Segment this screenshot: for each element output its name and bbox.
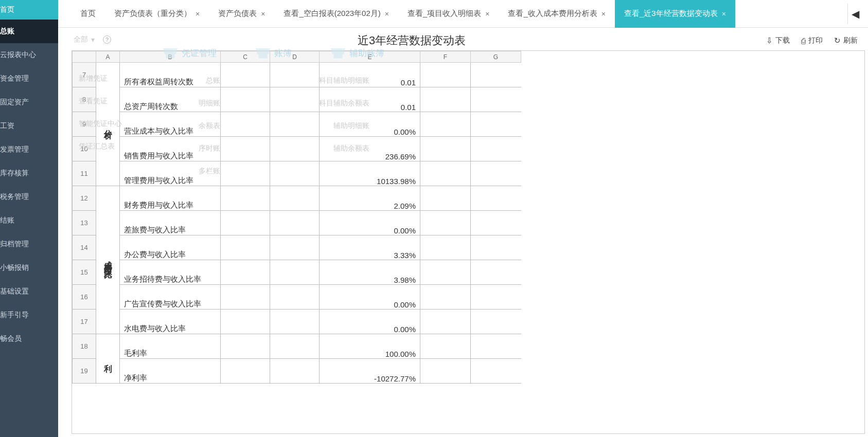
cell-G[interactable]: [471, 112, 521, 137]
close-icon[interactable]: ×: [601, 10, 606, 18]
cell-C[interactable]: [221, 359, 270, 384]
row-header[interactable]: 8: [73, 87, 96, 112]
row-header[interactable]: 12: [73, 186, 96, 211]
cell-D[interactable]: [270, 359, 320, 384]
row-header[interactable]: 17: [73, 309, 96, 334]
cell-C[interactable]: [221, 309, 270, 334]
cell-B[interactable]: 水电费与收入比率: [120, 309, 221, 334]
download-button[interactable]: ⇩下载: [766, 36, 790, 45]
cell-B[interactable]: 净利率: [120, 359, 221, 384]
cell-C[interactable]: [221, 161, 270, 186]
col-header-D[interactable]: D: [270, 51, 320, 63]
cell-B[interactable]: 总资产周转次数: [120, 87, 221, 112]
sidebar-item-7[interactable]: 库存核算: [0, 161, 58, 185]
cell-C[interactable]: [221, 63, 270, 87]
sidebar-item-11[interactable]: 小畅报销: [0, 256, 58, 280]
cell-E[interactable]: 0.00%: [320, 309, 420, 334]
cell-C[interactable]: [221, 211, 270, 235]
row-header[interactable]: 10: [73, 137, 96, 161]
cell-D[interactable]: [270, 87, 320, 112]
cell-G[interactable]: [471, 161, 521, 186]
cell-G[interactable]: [471, 359, 521, 384]
cell-B[interactable]: 差旅费与收入比率: [120, 211, 221, 235]
cell-D[interactable]: [270, 285, 320, 309]
sidebar-item-14[interactable]: 畅会员: [0, 327, 58, 351]
cell-D[interactable]: [270, 137, 320, 161]
row-header[interactable]: 11: [73, 161, 96, 186]
row-header[interactable]: 18: [73, 334, 96, 359]
cell-B[interactable]: 办公费与收入比率: [120, 235, 221, 260]
sidebar-item-13[interactable]: 新手引导: [0, 303, 58, 327]
cell-E[interactable]: 0.00%: [320, 112, 420, 137]
cell-G[interactable]: [471, 186, 521, 211]
cell-D[interactable]: [270, 235, 320, 260]
row-header[interactable]: 19: [73, 359, 96, 384]
cell-F[interactable]: [420, 285, 471, 309]
cell-E[interactable]: 0.01: [320, 87, 420, 112]
cell-E[interactable]: 100.00%: [320, 334, 420, 359]
cell-G[interactable]: [471, 334, 521, 359]
corner-cell[interactable]: [73, 51, 96, 63]
cell-E[interactable]: 2.09%: [320, 186, 420, 211]
row-header[interactable]: 13: [73, 211, 96, 235]
sidebar-item-1[interactable]: 总账: [0, 20, 58, 43]
cell-D[interactable]: [270, 211, 320, 235]
cell-D[interactable]: [270, 334, 320, 359]
cell-B[interactable]: 营业成本与收入比率: [120, 112, 221, 137]
sidebar-item-4[interactable]: 固定资产: [0, 90, 58, 114]
cell-E[interactable]: 0.00%: [320, 211, 420, 235]
cell-C[interactable]: [221, 260, 270, 285]
cell-B[interactable]: 销售费用与收入比率: [120, 137, 221, 161]
cell-C[interactable]: [221, 186, 270, 211]
cell-D[interactable]: [270, 63, 320, 87]
cell-D[interactable]: [270, 112, 320, 137]
print-button[interactable]: ⎙打印: [801, 36, 823, 45]
row-header[interactable]: 16: [73, 285, 96, 309]
cell-F[interactable]: [420, 186, 471, 211]
sidebar-item-6[interactable]: 发票管理: [0, 138, 58, 161]
cell-F[interactable]: [420, 235, 471, 260]
row-header[interactable]: 14: [73, 235, 96, 260]
cell-F[interactable]: [420, 359, 471, 384]
cell-F[interactable]: [420, 161, 471, 186]
cell-G[interactable]: [471, 63, 521, 87]
cell-C[interactable]: [221, 112, 270, 137]
sidebar-item-12[interactable]: 基础设置: [0, 280, 58, 303]
row-header[interactable]: 9: [73, 112, 96, 137]
cell-B[interactable]: 毛利率: [120, 334, 221, 359]
sidebar-item-8[interactable]: 税务管理: [0, 185, 58, 209]
cell-B[interactable]: 财务费用与收入比率: [120, 186, 221, 211]
sidebar-item-5[interactable]: 工资: [0, 114, 58, 138]
cell-G[interactable]: [471, 137, 521, 161]
close-icon[interactable]: ×: [261, 10, 265, 18]
cell-F[interactable]: [420, 309, 471, 334]
tab-3[interactable]: 查看_空白报表(2023年02月)×: [274, 0, 398, 28]
col-header-F[interactable]: F: [420, 51, 471, 63]
tab-0[interactable]: 首页: [71, 0, 105, 28]
cell-E[interactable]: 0.01: [320, 63, 420, 87]
cell-G[interactable]: [471, 260, 521, 285]
group-cell-A[interactable]: 利: [96, 334, 120, 384]
cell-F[interactable]: [420, 87, 471, 112]
cell-C[interactable]: [221, 334, 270, 359]
refresh-button[interactable]: ↻刷新: [834, 36, 858, 45]
sidebar-item-9[interactable]: 结账: [0, 209, 58, 232]
col-header-C[interactable]: C: [221, 51, 270, 63]
cell-D[interactable]: [270, 260, 320, 285]
cell-B[interactable]: 广告宣传费与收入比率: [120, 285, 221, 309]
sidebar-item-3[interactable]: 资金管理: [0, 67, 58, 90]
cell-C[interactable]: [221, 137, 270, 161]
row-header[interactable]: 7: [73, 63, 96, 87]
close-icon[interactable]: ×: [485, 10, 489, 18]
col-header-B[interactable]: B: [120, 51, 221, 63]
cell-B[interactable]: 业务招待费与收入比率: [120, 260, 221, 285]
cell-C[interactable]: [221, 87, 270, 112]
sidebar-item-0[interactable]: 首页: [0, 0, 58, 20]
col-header-G[interactable]: G: [471, 51, 521, 63]
row-header[interactable]: 15: [73, 260, 96, 285]
cell-F[interactable]: [420, 334, 471, 359]
cell-D[interactable]: [270, 161, 320, 186]
tab-6[interactable]: 查看_近3年经营数据变动表×: [615, 0, 735, 28]
sidebar-item-10[interactable]: 归档管理: [0, 232, 58, 256]
close-icon[interactable]: ×: [722, 10, 726, 18]
